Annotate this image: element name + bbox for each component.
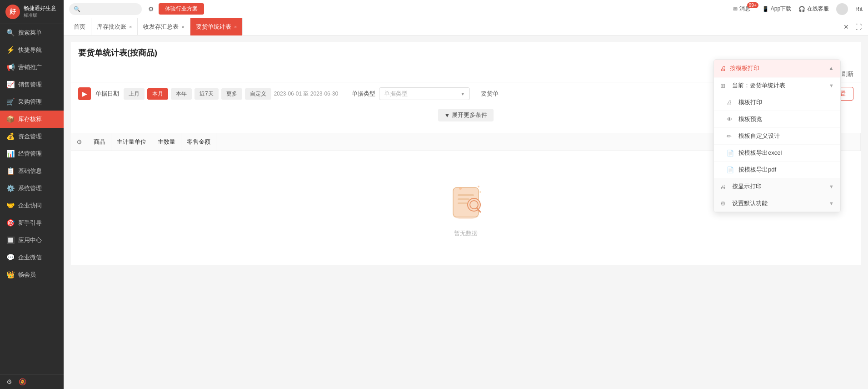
sidebar-item-finance[interactable]: 💰 资金管理 — [0, 128, 64, 145]
tab-batch-close[interactable]: × — [129, 24, 132, 30]
expand-chevron-icon: ▼ — [444, 112, 450, 119]
sidebar-item-system[interactable]: ⚙️ 系统管理 — [0, 180, 64, 197]
sidebar-item-label: 采购管理 — [18, 98, 42, 106]
search-bar-icon: 🔍 — [74, 6, 80, 12]
logo-icon: 好 — [5, 5, 20, 19]
type-select-arrow-icon: ▼ — [460, 91, 465, 96]
chart-icon: 📈 — [6, 81, 15, 89]
sidebar-item-basic[interactable]: 📋 基础信息 — [0, 162, 64, 180]
empty-text: 暂无数据 — [454, 229, 478, 237]
tab-home[interactable]: 首页 — [68, 18, 91, 35]
display-print-icon: 🖨 — [720, 183, 728, 190]
sidebar-item-label: 资金管理 — [18, 132, 42, 141]
sidebar-item-purchase[interactable]: 🛒 采购管理 — [0, 93, 64, 111]
date-btn-last-month[interactable]: 上月 — [124, 88, 145, 100]
date-filter-label: 单据日期 — [95, 90, 119, 98]
dropdown-item-export-pdf[interactable]: 📄 按模板导出pdf — [714, 162, 840, 178]
dropdown-item-export-excel[interactable]: 📄 按模板导出excel — [714, 145, 840, 162]
date-btn-more[interactable]: 更多 — [221, 88, 242, 100]
appstore-icon: 🔲 — [6, 236, 15, 244]
sidebar-logo: 好 畅捷通好生意 标准版 — [0, 0, 64, 24]
sidebar-item-operation[interactable]: 📊 经营管理 — [0, 145, 64, 162]
messages-badge: 99+ — [747, 2, 758, 8]
tab-collection[interactable]: 收发存汇总表 × — [138, 18, 190, 35]
clipboard-icon: 📋 — [6, 167, 15, 175]
tabs-right-buttons: ✕ ⛶ — [842, 22, 868, 31]
settings-bottom-icon[interactable]: ⚙ — [6, 378, 12, 385]
sidebar-item-marketing[interactable]: 📢 营销推广 — [0, 59, 64, 76]
th-unit: 主计量单位 — [111, 133, 152, 151]
ops-icon: 📊 — [6, 150, 15, 158]
sidebar-item-label: 企业协同 — [18, 202, 42, 210]
megaphone-icon: 📢 — [6, 63, 15, 71]
tab-requisition-label: 要货单统计表 — [196, 23, 231, 31]
export-pdf-icon: 📄 — [727, 167, 734, 173]
date-btn-this-year[interactable]: 本年 — [171, 88, 192, 100]
phone-icon: 📱 — [762, 6, 769, 12]
display-print-arrow-icon: ▼ — [829, 184, 834, 189]
sidebar-item-guide[interactable]: 🎯 新手引导 — [0, 214, 64, 232]
dropdown-set-default[interactable]: ⚙ 设置默认功能 ▼ — [714, 195, 840, 212]
dropdown-item-template-print[interactable]: 🖨 模板打印 — [714, 94, 840, 111]
tab-close-window-icon[interactable]: ✕ — [842, 22, 851, 31]
column-settings-icon[interactable]: ⚙ — [76, 138, 82, 146]
sidebar-item-collab[interactable]: 🤝 企业协同 — [0, 197, 64, 214]
tab-batch-label: 库存批次账 — [97, 23, 126, 31]
empty-icon — [443, 178, 489, 224]
printer-header-icon: 🖨 — [720, 65, 726, 72]
template-design-label: 模板自定义设计 — [738, 132, 780, 140]
sidebar-item-sales[interactable]: 📈 销售管理 — [0, 76, 64, 93]
date-btn-custom[interactable]: 自定义 — [245, 88, 271, 100]
dropdown-display-print[interactable]: 🖨 按显示打印 ▼ — [714, 178, 840, 195]
sidebar-item-wechat[interactable]: 💬 企业微信 — [0, 249, 64, 266]
app-download-button[interactable]: 📱 App下载 — [762, 5, 791, 13]
online-service-button[interactable]: 🎧 在线客服 — [798, 5, 829, 13]
tab-collection-close[interactable]: × — [181, 24, 184, 30]
filter-expand-button[interactable]: ▶ — [78, 87, 91, 100]
date-btn-this-month[interactable]: 本月 — [147, 88, 168, 100]
dropdown-current-template[interactable]: ⊞ 当前：要货单统计表 ▼ — [714, 77, 840, 94]
sidebar-item-label: 基础信息 — [18, 167, 42, 175]
sidebar-item-member[interactable]: 👑 畅会员 — [0, 266, 64, 283]
app-download-label: App下载 — [771, 5, 791, 13]
svg-point-11 — [479, 191, 481, 193]
svg-rect-4 — [458, 198, 469, 200]
tab-requisition[interactable]: 要货单统计表 × — [190, 18, 243, 35]
tab-home-label: 首页 — [74, 23, 85, 31]
mute-icon[interactable]: 🔕 — [19, 378, 26, 385]
goods-filter-label: 要货单 — [481, 90, 499, 98]
handshake-icon: 🤝 — [6, 202, 15, 210]
money-icon: 💰 — [6, 132, 15, 141]
type-filter-select[interactable]: 单据类型 ▼ — [379, 87, 470, 100]
dropdown-header[interactable]: 🖨 按模板打印 ▲ — [714, 60, 840, 77]
sidebar-item-label: 新手引导 — [18, 219, 42, 227]
current-template-icon: ⊞ — [720, 82, 728, 89]
crown-icon: 👑 — [6, 271, 15, 279]
tab-batch[interactable]: 库存批次账 × — [91, 18, 138, 35]
top-bar: 🔍 ⚙ 体验行业方案 ✉ 消息 99+ 📱 App下载 🎧 在线客服 Rit — [64, 0, 868, 18]
th-goods: 商品 — [88, 133, 111, 151]
box-icon: 📦 — [6, 115, 15, 123]
date-btn-7days[interactable]: 近7天 — [195, 88, 219, 100]
search-bar[interactable]: 🔍 — [69, 3, 142, 15]
type-select-value: 单据类型 — [384, 90, 408, 98]
sidebar-item-label: 营销推广 — [18, 63, 42, 71]
topbar-gear-icon[interactable]: ⚙ — [148, 5, 154, 13]
tab-maximize-icon[interactable]: ⛶ — [853, 22, 863, 31]
trial-action-button[interactable]: 体验行业方案 — [159, 3, 204, 15]
dropdown-item-template-design[interactable]: ✏ 模板自定义设计 — [714, 128, 840, 145]
sidebar-bottom: ⚙ 🔕 — [0, 374, 64, 389]
expand-more-button[interactable]: ▼ 展开更多条件 — [438, 109, 494, 121]
dropdown-item-template-preview[interactable]: 👁 模板预览 — [714, 111, 840, 128]
messages-button[interactable]: ✉ 消息 99+ — [733, 5, 755, 13]
sidebar-item-inventory[interactable]: 📦 库存核算 — [0, 111, 64, 128]
sidebar-item-search[interactable]: 🔍 搜索菜单 — [0, 24, 64, 41]
target-icon: 🎯 — [6, 219, 15, 227]
wechat-icon: 💬 — [6, 253, 15, 262]
user-avatar[interactable] — [836, 3, 848, 15]
template-print-label: 模板打印 — [738, 98, 762, 106]
sidebar-item-appstore[interactable]: 🔲 应用中心 — [0, 232, 64, 249]
sidebar-item-label: 畅会员 — [18, 271, 36, 279]
tab-requisition-close[interactable]: × — [234, 24, 237, 30]
sidebar-item-quick[interactable]: ⚡ 快捷导航 — [0, 41, 64, 59]
